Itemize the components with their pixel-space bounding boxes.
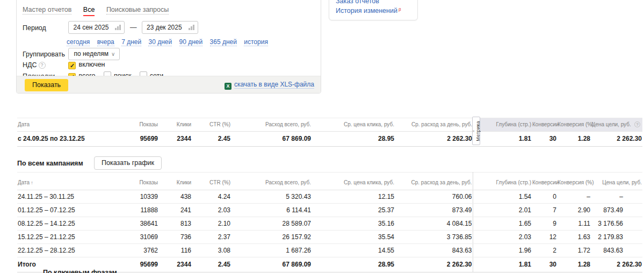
col-header-conversions[interactable]: Конверсии <box>532 173 557 190</box>
calendar-icon[interactable] <box>115 25 121 30</box>
value-cell: 35.16 <box>312 217 395 231</box>
tab-search-queries[interactable]: Поисковые запросы <box>106 6 169 13</box>
show-chart-button[interactable]: Показать график <box>94 156 162 170</box>
change-history-link[interactable]: История измененийβ <box>336 7 417 15</box>
value-cell: 873.49 <box>591 204 642 217</box>
value-cell: 2 262.30 <box>591 257 642 272</box>
value-cell: 1.81 <box>481 257 532 272</box>
period-quick-links: сегодня вчера 7 дней 30 дней 90 дней 365… <box>67 38 273 46</box>
tab-all[interactable]: Все <box>83 6 95 13</box>
col-header-ctr: CTR (%) <box>192 118 231 132</box>
col-header-conversion-rate[interactable]: Конверсия (%) <box>557 173 591 190</box>
value-cell: 438 <box>158 190 192 204</box>
date-cell: 24.11.25 – 30.11.25 <box>17 190 125 204</box>
vat-checkbox[interactable]: ✓ <box>68 62 76 69</box>
col-header-date-sortable[interactable]: Дата↑ <box>17 173 125 190</box>
vat-row: НДС? ✓включен <box>23 61 112 69</box>
value-cell: 3 736.85 <box>395 231 473 244</box>
metrika-divider-cell <box>473 190 481 204</box>
col-header-ctr[interactable]: CTR (%) <box>192 173 231 190</box>
value-cell: 30 <box>532 257 557 272</box>
value-cell: 813 <box>158 217 192 231</box>
weekly-table-section: Дата↑ Показы Клики CTR (%) Расход всего,… <box>17 172 642 272</box>
grouping-select[interactable]: по неделям∨ <box>68 48 120 60</box>
summary-table: Дата Показы Клики CTR (%) Расход всего, … <box>17 118 642 147</box>
value-cell: 843.63 <box>591 244 642 257</box>
download-xls-link[interactable]: Xскачать в виде XLS-файла <box>225 81 314 90</box>
value-cell: 1.81 <box>481 132 532 147</box>
show-button[interactable]: Показать <box>25 79 68 91</box>
form-footer: Показать Xскачать в виде XLS-файла <box>17 76 321 93</box>
col-header-clicks: Клики <box>158 118 192 132</box>
col-header-date: Дата <box>17 118 125 132</box>
sort-asc-icon: ↑ <box>31 180 33 185</box>
value-cell: 760.06 <box>395 190 473 204</box>
report-page: { "tabs": { "items": [ { "label": "Масте… <box>0 0 644 273</box>
value-cell: 67 869.09 <box>231 132 312 147</box>
reports-menu-panel: Заказ отчетов История измененийβ <box>329 0 418 20</box>
col-header-clicks[interactable]: Клики <box>158 173 192 190</box>
quick-link-7days[interactable]: 7 дней <box>121 38 141 46</box>
date-cell: 15.12.25 – 21.12.25 <box>17 231 125 244</box>
vat-label: НДС <box>23 61 37 69</box>
date-cell: с 24.09.25 по 23.12.25 <box>17 132 125 147</box>
value-cell: 736 <box>158 231 192 244</box>
quick-link-history[interactable]: история <box>244 38 268 46</box>
metrika-tab-label: Метрика <box>475 121 481 141</box>
grouping-row: Группировать по неделям∨ <box>23 48 120 60</box>
quick-link-today[interactable]: сегодня <box>67 38 90 46</box>
col-header-conversions: Конверсии <box>532 118 557 132</box>
col-header-avg-cpc[interactable]: Ср. цена клика, руб. <box>312 173 395 190</box>
metrika-divider-cell <box>473 244 481 257</box>
value-cell: 5 320.43 <box>231 190 312 204</box>
value-cell: 116 <box>158 244 192 257</box>
value-cell: 2.03 <box>192 204 231 217</box>
value-cell: 7 <box>532 204 557 217</box>
metrika-divider-cell <box>473 217 481 231</box>
tab-report-wizard[interactable]: Мастер отчетов <box>23 6 71 13</box>
value-cell: 2344 <box>158 257 192 272</box>
value-cell: 2 262.30 <box>591 132 642 147</box>
value-cell: 95699 <box>125 132 158 147</box>
col-header-depth[interactable]: Глубина (стр.) <box>481 173 532 190</box>
quick-link-30days[interactable]: 30 дней <box>148 38 172 46</box>
quick-link-yesterday[interactable]: вчера <box>97 38 114 46</box>
period-row: Период — <box>23 21 198 34</box>
value-cell: 2.10 <box>192 217 231 231</box>
quick-link-90days[interactable]: 90 дней <box>179 38 203 46</box>
vat-help-icon[interactable]: ? <box>39 62 46 69</box>
value-cell: 2.37 <box>192 231 231 244</box>
col-header-goal-cost[interactable]: Цена цели, руб. <box>591 173 642 190</box>
quick-link-365days[interactable]: 365 дней <box>210 38 237 46</box>
value-cell: 873.49 <box>395 204 473 217</box>
value-cell: 3762 <box>125 244 158 257</box>
col-header-impressions[interactable]: Показы <box>125 173 158 190</box>
value-cell: 2 179.83 <box>591 231 642 244</box>
value-cell: 25.37 <box>312 204 395 217</box>
value-cell: 10339 <box>125 190 158 204</box>
order-reports-link[interactable]: Заказ отчетов <box>336 0 417 5</box>
goal-cost-help-icon[interactable]: ? <box>634 121 640 127</box>
metrika-divider-cell <box>473 173 481 190</box>
col-header-avg-daily-cost: Ср. расход за день, руб. <box>395 118 473 132</box>
value-cell: 4.24 <box>192 190 231 204</box>
date-cell: 01.12.25 – 07.12.25 <box>17 204 125 217</box>
value-cell: 2.45 <box>192 257 231 272</box>
calendar-icon[interactable] <box>189 25 195 30</box>
col-header-avg-daily-cost[interactable]: Ср. расход за день, руб. <box>395 173 473 190</box>
value-cell: 2344 <box>158 132 192 147</box>
value-cell: 35.54 <box>312 231 395 244</box>
value-cell: 4 084.15 <box>395 217 473 231</box>
value-cell: 31069 <box>125 231 158 244</box>
grouping-label: Группировать <box>23 51 67 58</box>
value-cell: – <box>591 190 642 204</box>
table-row: 22.12.25 – 28.12.2537621163.081 687.2614… <box>17 244 642 257</box>
value-cell: 843.63 <box>395 244 473 257</box>
date-to-wrap <box>142 21 198 34</box>
metrika-collapse-tab[interactable]: »Метрика <box>472 117 480 145</box>
beta-badge: β <box>399 7 401 12</box>
col-header-total-cost[interactable]: Расход всего, руб. <box>231 173 312 190</box>
metrika-divider-cell <box>473 204 481 217</box>
value-cell: 0 <box>532 190 557 204</box>
campaigns-section-header: По всем кампаниям Показать график <box>17 156 162 170</box>
